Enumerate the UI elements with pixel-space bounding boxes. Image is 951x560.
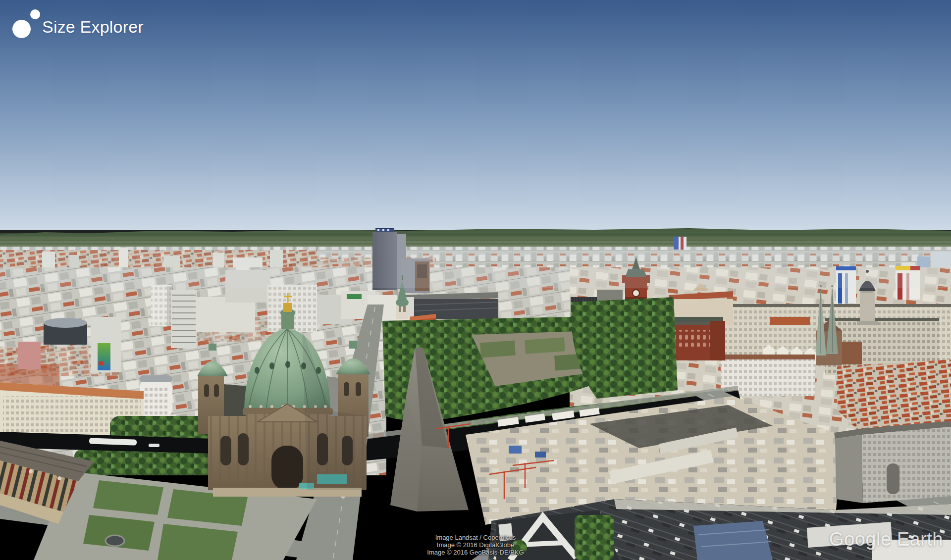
station-building [405,292,498,319]
map-attribution: Image Landsat / Copernicus Image © 2016 … [0,534,951,556]
berlin-3d-scene [0,0,951,560]
arc-roof-mall [44,318,87,345]
attribution-line: Image Landsat / Copernicus [0,534,951,541]
size-explorer-logo[interactable]: Size Explorer [0,0,168,46]
size-explorer-logo-small-circle-icon [30,9,40,19]
dom-portal [271,446,303,490]
curved-glass-building [140,375,172,421]
billboard-building [91,317,121,372]
nikolaiviertel-roofs [837,359,951,432]
app-title: Size Explorer [42,17,144,37]
attribution-line: Image © 2016 DigitalGlobe [0,541,951,549]
striped-office-slab [171,290,197,348]
size-explorer-logo-icon [12,20,31,38]
pink-building [18,342,41,369]
attribution-line: Image © 2016 GeoBasis-DE/BKG [0,549,951,556]
google-earth-watermark: Google Earth [829,529,943,550]
distance-haze [0,229,951,288]
google-earth-3d-view[interactable]: Size Explorer Image Landsat / Copernicus… [0,0,951,560]
right-foreground [834,359,951,503]
white-highrise [151,285,172,326]
alte-muenze-building [834,421,951,503]
